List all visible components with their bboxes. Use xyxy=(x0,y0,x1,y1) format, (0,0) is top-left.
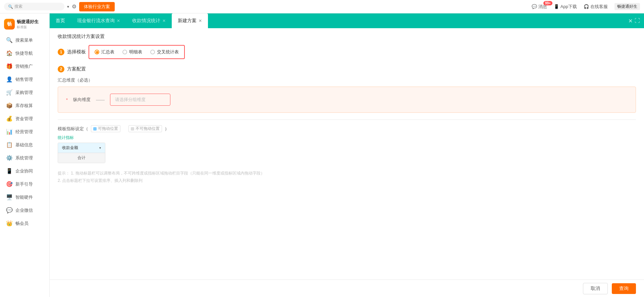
header-left: 🔍 搜索 ▾ ⚙ 体验行业方案 xyxy=(4,2,115,11)
sidebar-item-search-menu[interactable]: 🔍 搜索菜单 xyxy=(0,34,49,47)
app-download-button[interactable]: 📱 App下载 xyxy=(554,4,577,10)
step2-header: 2 方案配置 xyxy=(58,66,636,72)
sidebar-label-enterprise-wechat: 企业微信 xyxy=(15,207,33,213)
tab-cash-bank[interactable]: 现金银行流水查询 ✕ xyxy=(71,13,126,28)
logo-box: 畅 畅捷通好生 标准版 xyxy=(4,19,45,30)
enterprise-wechat-icon: 💬 xyxy=(6,207,13,213)
tab-new-plan-label: 新建方案 xyxy=(178,18,197,24)
user-info: 畅捷通好生 xyxy=(614,3,640,10)
maximize-window-icon[interactable]: ⛶ xyxy=(635,18,640,24)
cancel-button[interactable]: 取消 xyxy=(583,283,608,294)
metrics-label: 模板指标设定（ 可拖动位置 不可拖动位置 ） xyxy=(58,125,636,132)
app-download-label: App下载 xyxy=(560,4,577,10)
template-cross-label: 交叉统计表 xyxy=(157,49,179,55)
hint-text-1: 提示： 1. 拖动标题栏可以调整布局，不可跨维度或指标区域拖动栏目字段（只能在同… xyxy=(58,170,265,177)
finance-icon: 💰 xyxy=(6,115,13,122)
sidebar-label-inventory: 库存核算 xyxy=(15,103,33,109)
tab-collection-stats-close[interactable]: ✕ xyxy=(162,18,166,23)
tab-collection-stats[interactable]: 收款情况统计 ✕ xyxy=(126,13,172,28)
service-icon: 🎧 xyxy=(584,4,589,9)
tab-new-plan-close[interactable]: ✕ xyxy=(199,18,202,23)
marketing-icon: 🎁 xyxy=(6,63,13,69)
template-option-detail[interactable]: 明细表 xyxy=(122,49,142,55)
sidebar-item-finance[interactable]: 💰 资金管理 xyxy=(0,112,49,125)
tab-bar: 首页 现金银行流水查询 ✕ 收款情况统计 ✕ 新建方案 ✕ ✕ ⛶ xyxy=(50,13,644,28)
tab-home-label: 首页 xyxy=(56,18,65,24)
sidebar-item-purchase[interactable]: 🛒 采购管理 xyxy=(0,86,49,99)
dimension-area: * 纵向维度 —— 请选择分组维度 xyxy=(58,87,636,113)
radio-summary[interactable] xyxy=(95,50,99,54)
dimension-row: * 纵向维度 —— 请选择分组维度 xyxy=(66,94,628,106)
sidebar-item-system[interactable]: ⚙️ 系统管理 xyxy=(0,151,49,164)
metrics-table-header[interactable]: 收款金额 ▾ xyxy=(58,143,105,153)
metrics-table-wrapper: 统计指标 收款金额 ▾ 合计 xyxy=(58,135,636,164)
sidebar-item-enterprise-collab[interactable]: 📱 企业协同 xyxy=(0,164,49,178)
sidebar-item-operation[interactable]: 📊 经营管理 xyxy=(0,125,49,138)
sidebar-label-operation: 经营管理 xyxy=(15,129,33,135)
draggable-dot xyxy=(93,127,97,131)
template-option-cross[interactable]: 交叉统计表 xyxy=(150,49,179,55)
search-icon: 🔍 xyxy=(8,4,13,9)
query-button[interactable]: 查询 xyxy=(612,283,636,294)
industry-button[interactable]: 体验行业方案 xyxy=(79,2,115,11)
notification-count: 99+ xyxy=(543,1,552,5)
tab-new-plan[interactable]: 新建方案 ✕ xyxy=(172,13,208,28)
message-icon: 💬 xyxy=(532,4,537,9)
metrics-setting-label: 模板指标设定（ xyxy=(58,126,88,132)
quick-nav-icon: 🏠 xyxy=(6,50,13,56)
draggable-text: 可拖动位置 xyxy=(98,126,118,132)
sidebar-item-quick-nav[interactable]: 🏠 快捷导航 xyxy=(0,47,49,60)
tab-right-actions: ✕ ⛶ xyxy=(624,18,644,24)
sidebar-item-inventory[interactable]: 📦 库存核算 xyxy=(0,99,49,112)
template-option-summary[interactable]: 汇总表 xyxy=(95,49,114,55)
tab-home[interactable]: 首页 xyxy=(50,13,71,28)
page-inner: 收款情况统计方案设置 1 选择模板 汇总表 xyxy=(50,28,644,280)
system-icon: ⚙️ xyxy=(6,155,13,161)
vertical-dimension-label: 纵向维度 xyxy=(73,97,91,103)
hint-row-1: 提示： 1. 拖动标题栏可以调整布局，不可跨维度或指标区域拖动栏目字段（只能在同… xyxy=(58,170,636,177)
metrics-total-cell: 合计 xyxy=(58,153,105,163)
step1-num: 1 xyxy=(58,49,64,55)
step1-section: 1 选择模板 汇总表 明细表 xyxy=(58,45,636,59)
search-bar[interactable]: 🔍 搜索 xyxy=(4,3,64,10)
chevron-down-icon[interactable]: ▾ xyxy=(99,146,101,150)
sidebar-label-marketing: 营销推广 xyxy=(15,63,33,69)
sales-icon: 👤 xyxy=(6,76,13,83)
sidebar-item-enterprise-wechat[interactable]: 💬 企业微信 xyxy=(0,204,49,217)
logo-text-box: 畅捷通好生 标准版 xyxy=(17,19,39,30)
sidebar-logo: 畅 畅捷通好生 标准版 xyxy=(0,16,49,32)
purchase-icon: 🛒 xyxy=(6,89,13,96)
step1-header: 1 选择模板 汇总表 明细表 xyxy=(58,45,636,59)
sidebar-item-marketing[interactable]: 🎁 营销推广 xyxy=(0,60,49,73)
dropdown-button[interactable]: ▾ xyxy=(67,4,69,9)
settings-icon[interactable]: ⚙ xyxy=(72,3,76,10)
radio-cross[interactable] xyxy=(150,50,155,54)
sidebar: 畅 畅捷通好生 标准版 🔍 搜索菜单 🏠 快捷导航 🎁 营销推广 👤 销售管理 … xyxy=(0,13,50,297)
metrics-section: 模板指标设定（ 可拖动位置 不可拖动位置 ） xyxy=(58,119,636,184)
sidebar-item-member[interactable]: 👑 畅会员 xyxy=(0,217,49,230)
sidebar-item-basic[interactable]: 📋 基础信息 xyxy=(0,138,49,151)
tab-cash-bank-close[interactable]: ✕ xyxy=(117,18,120,23)
member-icon: 👑 xyxy=(6,220,13,227)
logo-sub-text: 标准版 xyxy=(17,25,39,30)
download-icon: 📱 xyxy=(554,4,559,9)
main-layout: 畅 畅捷通好生 标准版 🔍 搜索菜单 🏠 快捷导航 🎁 营销推广 👤 销售管理 … xyxy=(0,13,644,297)
dimension-select-box[interactable]: 请选择分组维度 xyxy=(110,94,170,106)
online-service-button[interactable]: 🎧 在线客服 xyxy=(584,4,608,10)
beginner-icon: 🎯 xyxy=(6,181,13,187)
sidebar-label-quick-nav: 快捷导航 xyxy=(15,50,33,56)
tab-collection-stats-label: 收款情况统计 xyxy=(132,18,160,24)
notification-button[interactable]: 💬 消息 99+ xyxy=(532,4,547,10)
radio-detail[interactable] xyxy=(122,50,127,54)
tab-cash-bank-label: 现金银行流水查询 xyxy=(77,18,115,24)
sidebar-label-member: 畅会员 xyxy=(15,220,29,227)
non-draggable-indicator: 不可拖动位置 xyxy=(128,125,162,132)
metrics-table-container: 统计指标 收款金额 ▾ 合计 xyxy=(58,135,105,164)
sidebar-item-beginner[interactable]: 🎯 新手引导 xyxy=(0,178,49,191)
operation-icon: 📊 xyxy=(6,129,13,135)
sidebar-item-smart-hardware[interactable]: 🖥️ 智能硬件 xyxy=(0,191,49,204)
close-window-icon[interactable]: ✕ xyxy=(628,18,633,24)
hint-row-2: 2. 点击标题栏下拉可设置排序、插入列和删除列 xyxy=(58,177,636,185)
sidebar-item-sales[interactable]: 👤 销售管理 xyxy=(0,73,49,86)
metrics-close-paren: ） xyxy=(165,126,169,132)
